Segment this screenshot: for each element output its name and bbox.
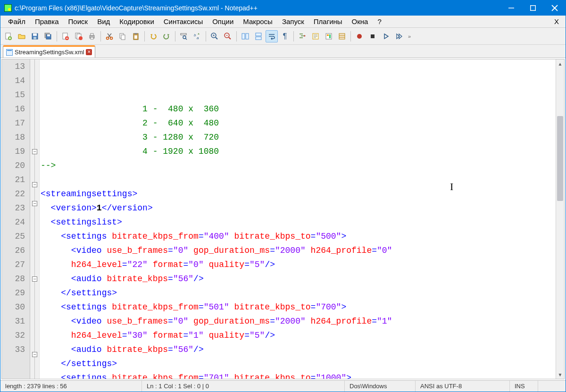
line-number[interactable]: 18 <box>2 130 25 144</box>
redo-button[interactable] <box>160 30 173 42</box>
code-area[interactable]: I 1 - 480 x 360 2 - 640 x 480 3 - 1280 x… <box>40 59 556 379</box>
code-line[interactable]: <video use_b_frames="0" gop_duration_ms=… <box>41 243 556 258</box>
line-number[interactable]: 26 <box>2 243 25 258</box>
show-all-chars-button[interactable]: ¶ <box>279 30 291 42</box>
menu-item[interactable]: ? <box>373 16 386 27</box>
close-all-button[interactable] <box>73 30 85 42</box>
code-line[interactable]: 2 - 640 x 480 <box>41 116 556 130</box>
line-number[interactable]: 21 <box>2 173 25 187</box>
menu-item[interactable]: Окна <box>347 16 373 27</box>
line-number[interactable]: 19 <box>2 144 25 158</box>
sync-v-button[interactable] <box>239 30 251 42</box>
fold-toggle-icon[interactable]: − <box>32 182 37 187</box>
code-line[interactable]: <settings bitrate_kbps_from="701" bitrat… <box>41 371 556 379</box>
stop-macro-button[interactable] <box>366 30 379 42</box>
line-number[interactable]: 31 <box>2 314 25 328</box>
line-number[interactable]: 27 <box>2 258 25 272</box>
menu-item[interactable]: Кодировки <box>115 16 158 27</box>
line-number[interactable]: 32 <box>2 328 25 342</box>
titlebar[interactable]: c:\Program Files (x86)\Elgato\VideoCaptu… <box>0 0 566 16</box>
fold-toggle-icon[interactable]: − <box>32 201 37 206</box>
menu-item[interactable]: Синтаксисы <box>159 16 208 27</box>
fold-column[interactable]: −−−−− <box>30 59 40 379</box>
line-number[interactable]: 13 <box>2 59 25 74</box>
scroll-up-icon[interactable]: ▲ <box>556 59 564 68</box>
line-number[interactable]: 29 <box>2 286 25 300</box>
zoom-out-button[interactable] <box>222 30 234 42</box>
menu-item[interactable]: Файл <box>3 16 30 27</box>
fold-toggle-icon[interactable]: − <box>32 352 37 357</box>
record-macro-button[interactable] <box>353 30 366 42</box>
status-encoding[interactable]: ANSI as UTF-8 <box>416 381 510 392</box>
save-button[interactable] <box>29 30 41 42</box>
line-number[interactable]: 30 <box>2 300 25 314</box>
tab-close-icon[interactable]: ✕ <box>86 49 92 55</box>
play-macro-button[interactable] <box>380 30 392 42</box>
fold-toggle-icon[interactable]: − <box>32 149 37 154</box>
code-line[interactable]: <settings bitrate_kbps_from="400" bitrat… <box>41 229 556 243</box>
paste-button[interactable] <box>130 30 142 42</box>
line-number[interactable]: 33 <box>2 342 25 357</box>
line-number-gutter[interactable]: 1314151617181920212223242526272829303132… <box>2 59 30 379</box>
code-line[interactable]: h264_level="30" format="1" quality="5"/> <box>41 328 556 342</box>
doc-map-button[interactable] <box>323 30 335 42</box>
line-number[interactable]: 17 <box>2 116 25 130</box>
code-line[interactable]: <settings bitrate_kbps_from="501" bitrat… <box>41 300 556 314</box>
play-multi-button[interactable] <box>393 30 405 42</box>
close-button[interactable] <box>544 0 566 16</box>
code-line[interactable]: h264_level="22" format="0" quality="5"/> <box>41 258 556 272</box>
code-line[interactable]: 1 - 480 x 360 <box>41 102 556 116</box>
status-eol[interactable]: Dos\Windows <box>345 381 416 392</box>
copy-button[interactable] <box>117 30 129 42</box>
line-number[interactable]: 28 <box>2 272 25 286</box>
line-number[interactable]: 23 <box>2 201 25 215</box>
cut-button[interactable] <box>103 30 116 42</box>
menu-item[interactable]: Плагины <box>309 16 347 27</box>
line-number[interactable]: 22 <box>2 187 25 201</box>
menu-item[interactable]: Макросы <box>238 16 277 27</box>
code-line[interactable]: 3 - 1280 x 720 <box>41 130 556 144</box>
code-line[interactable]: 4 - 1920 x 1080 <box>41 144 556 158</box>
status-mode[interactable]: INS <box>510 381 538 392</box>
indent-guide-button[interactable] <box>296 30 308 42</box>
fold-toggle-icon[interactable]: − <box>32 276 37 282</box>
menu-item[interactable]: Вид <box>92 16 115 27</box>
func-list-button[interactable] <box>336 30 348 42</box>
code-line[interactable]: </settings> <box>41 357 556 371</box>
code-line[interactable]: <audio bitrate_kbps="56"/> <box>41 342 556 357</box>
code-line[interactable]: <streamingsettings> <box>41 187 556 201</box>
zoom-in-button[interactable] <box>208 30 221 42</box>
menu-item[interactable]: Запуск <box>277 16 309 27</box>
menu-item[interactable]: Правка <box>30 16 64 27</box>
line-number[interactable]: 24 <box>2 215 25 229</box>
minimize-button[interactable] <box>500 0 522 16</box>
line-number[interactable]: 16 <box>2 102 25 116</box>
replace-button[interactable]: ba <box>191 30 203 42</box>
menu-close-x[interactable]: X <box>550 16 563 27</box>
line-number[interactable]: 20 <box>2 158 25 173</box>
close-file-button[interactable] <box>59 30 72 42</box>
scroll-thumb[interactable] <box>557 116 563 201</box>
code-line[interactable]: --> <box>41 158 556 173</box>
code-line[interactable]: <settingslist> <box>41 215 556 229</box>
new-file-button[interactable] <box>2 30 15 42</box>
maximize-button[interactable] <box>522 0 544 16</box>
print-button[interactable] <box>86 30 98 42</box>
line-number[interactable]: 25 <box>2 229 25 243</box>
menu-item[interactable]: Поиск <box>64 16 93 27</box>
open-file-button[interactable] <box>16 30 28 42</box>
save-all-button[interactable] <box>42 30 54 42</box>
toolbar-overflow[interactable]: » <box>406 33 413 39</box>
scroll-down-icon[interactable]: ▼ <box>556 370 564 379</box>
code-line[interactable]: <version>1</version> <box>41 201 556 215</box>
wordwrap-button[interactable] <box>266 30 278 42</box>
find-button[interactable] <box>178 30 190 42</box>
code-line[interactable]: </settings> <box>41 286 556 300</box>
code-line[interactable]: <video use_b_frames="0" gop_duration_ms=… <box>41 314 556 328</box>
tab-active[interactable]: StreamingSettingsSw.xml ✕ <box>3 45 95 58</box>
user-lang-button[interactable] <box>309 30 322 42</box>
line-number[interactable]: 14 <box>2 74 25 88</box>
sync-h-button[interactable] <box>252 30 265 42</box>
code-line[interactable] <box>41 173 556 187</box>
code-line[interactable]: <audio bitrate_kbps="56"/> <box>41 272 556 286</box>
